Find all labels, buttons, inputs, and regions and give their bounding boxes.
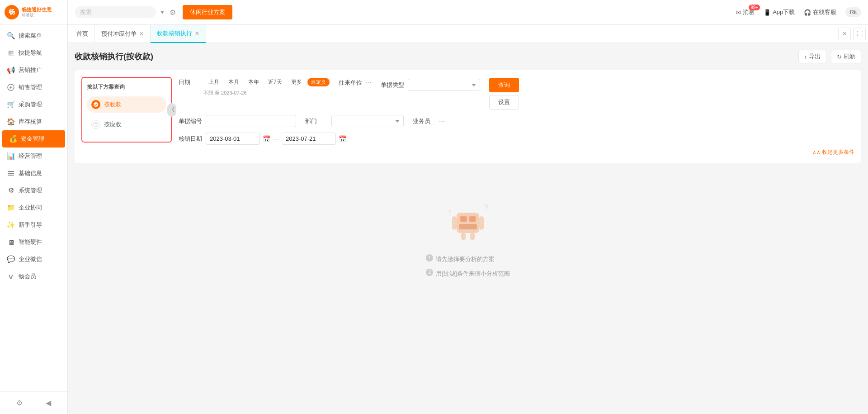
sidebar-item-label: 营销推广 [19,66,42,74]
payable-option-icon [91,120,100,129]
logo-text: 畅捷通好生意 标准版 [22,6,52,18]
sidebar-item-basic[interactable]: 基础信息 [0,165,67,182]
collapse-sidebar-icon[interactable]: ◀ [46,399,51,407]
dept-select[interactable] [331,115,404,127]
sidebar-item-hardware[interactable]: 🖥 智能硬件 [0,233,67,251]
basic-icon [7,169,15,177]
page-header: 收款核销执行(按收款) ↑ 导出 ↻ 刷新 [75,50,861,63]
receipt-option-icon [91,100,100,109]
sidebar-item-label: 企业微信 [19,255,42,263]
sidebar-item-operation[interactable]: 📊 经营管理 [0,148,67,165]
app-download-button[interactable]: 📱 App下载 [764,8,795,16]
refresh-button[interactable]: ↻ 刷新 [831,50,861,63]
cart-icon: 🛒 [7,100,15,109]
message-icon: ✉ [736,9,741,16]
filter-option-by-payable[interactable]: 按应收 [87,116,166,133]
close-all-tabs-icon[interactable]: ✕ [838,28,851,40]
export-button[interactable]: ↑ 导出 [798,50,827,63]
writeoff-date-range: 📅 — 📅 [206,133,346,145]
tab-receipt-close-icon[interactable]: ✕ [195,30,199,37]
receipt-option-label: 按收款 [104,100,122,109]
empty-state-text: 1 请先选择要分析的方案 2 用[过滤]条件来缩小分析范围 [426,253,509,280]
dropdown-arrow-icon[interactable]: ▼ [160,9,165,15]
sidebar-item-wechat[interactable]: 💬 企业微信 [0,251,67,268]
this-year-btn[interactable]: 本年 [245,77,263,87]
date-quick-buttons: 上月 本月 本年 近7天 更多 自定义 [205,77,330,87]
sales-icon [7,83,15,91]
sidebar-item-enterprise[interactable]: 📁 企业协同 [0,199,67,216]
message-button[interactable]: ✉ 消息 99+ [736,8,755,16]
counterpart-more-icon[interactable]: ··· [366,79,372,87]
staff-more-icon[interactable]: ··· [439,117,445,125]
svg-rect-6 [457,213,479,233]
sidebar-item-purchase[interactable]: 🛒 采购管理 [0,96,67,113]
this-month-btn[interactable]: 本月 [225,77,243,87]
sidebar-item-marketing[interactable]: 📢 营销推广 [0,62,67,79]
svg-text:?: ? [484,203,488,212]
sidebar-item-guide[interactable]: ✨ 新手引导 [0,216,67,233]
solution-button[interactable]: 休闲行业方案 [183,5,232,19]
tab-prepay-close-icon[interactable]: ✕ [139,31,144,37]
search-button[interactable]: 查询 [489,78,519,92]
sidebar-item-inventory[interactable]: 🏠 库存核算 [0,113,67,130]
svg-rect-12 [470,233,475,240]
sidebar-item-member[interactable]: V 畅会员 [0,268,67,285]
app-logo: 畅 畅捷通好生意 标准版 [0,0,67,25]
date-filter-item: 日期 上月 本月 本年 近7天 更多 自定义 [179,77,330,87]
tab-prepay-label: 预付冲应付单 [101,30,137,38]
writeoff-end-input[interactable] [282,133,336,145]
last-month-btn[interactable]: 上月 [205,77,223,87]
page-content: 收款核销执行(按收款) ↑ 导出 ↻ 刷新 按以下方案查询 [68,43,868,414]
last-7days-btn[interactable]: 近7天 [264,77,286,87]
sidebar-item-sales[interactable]: 销售管理 [0,79,67,96]
sidebar-item-system[interactable]: ⚙ 系统管理 [0,182,67,199]
sidebar-item-label: 企业协同 [19,204,42,212]
filter-panel-title: 按以下方案查询 [87,83,166,91]
sidebar-item-quick[interactable]: ⊞ 快捷导航 [0,44,67,62]
sidebar-item-label: 库存核算 [19,118,42,126]
topbar: 搜索 ▼ ⚙ 休闲行业方案 ✉ 消息 99+ 📱 App下载 🎧 在线客服 Ri… [68,0,868,25]
sidebar-item-label: 经营管理 [19,152,42,160]
voucher-no-input[interactable] [206,115,296,127]
topbar-gear-icon[interactable]: ⚙ [170,8,176,17]
settings-footer-icon[interactable]: ⚙ [16,399,23,407]
collapse-conditions-button[interactable]: ∧∧ 收起更多条件 [812,148,854,156]
fullscreen-icon[interactable]: ⛶ [853,28,866,40]
sidebar-item-label: 畅会员 [19,272,36,281]
sidebar-item-finance[interactable]: 💰 资金管理 [2,130,65,148]
svg-point-5 [94,122,98,127]
megaphone-icon: 📢 [7,66,15,74]
sidebar-item-label: 采购管理 [19,100,42,109]
tab-receipt-label: 收款核销执行 [157,29,192,38]
filter-option-by-receipt[interactable]: 按收款 [87,96,166,113]
filter-right-form: 日期 上月 本月 本年 近7天 更多 自定义 不限 至 2023-0 [179,77,854,156]
setting-button[interactable]: 设置 [489,95,519,109]
calendar-end-icon[interactable]: 📅 [339,135,346,143]
chevron-up-icon: ∧∧ [812,149,821,156]
calendar-start-icon[interactable]: 📅 [263,135,270,143]
writeoff-date-label: 核销日期 [179,135,202,143]
writeoff-date-filter-item: 核销日期 📅 — 📅 [179,133,346,145]
more-date-btn[interactable]: 更多 [288,77,306,87]
warehouse-icon: 🏠 [7,118,15,126]
chart-icon: 📊 [7,152,15,160]
sidebar-item-search[interactable]: 🔍 搜索菜单 [0,27,67,44]
tab-receipt[interactable]: 收款核销执行 ✕ [151,25,206,43]
tab-home[interactable]: 首页 [70,25,95,43]
voucher-type-select[interactable] [408,79,480,91]
mobile-icon: 📱 [764,9,771,16]
writeoff-start-input[interactable] [206,133,260,145]
folder-icon: 📁 [7,204,15,212]
tab-prepay[interactable]: 预付冲应付单 ✕ [95,25,151,43]
svg-rect-11 [461,233,466,240]
svg-rect-9 [452,216,457,230]
empty-state: ? ? 1 请先选择要分析的方案 2 用[过滤]条件来缩小分析范围 [75,172,861,307]
svg-point-14 [462,217,465,221]
topbar-right: ✉ 消息 99+ 📱 App下载 🎧 在线客服 Rit [736,7,861,17]
step-1-icon: 1 [426,254,433,262]
online-service-button[interactable]: 🎧 在线客服 [804,8,836,16]
topbar-search-box[interactable]: 搜索 [75,6,156,18]
user-avatar[interactable]: Rit [845,7,861,17]
date-limit-text: 不限 至 2023-07-26 [203,90,246,95]
filter-panel-collapse-icon[interactable]: 《 [167,103,176,117]
